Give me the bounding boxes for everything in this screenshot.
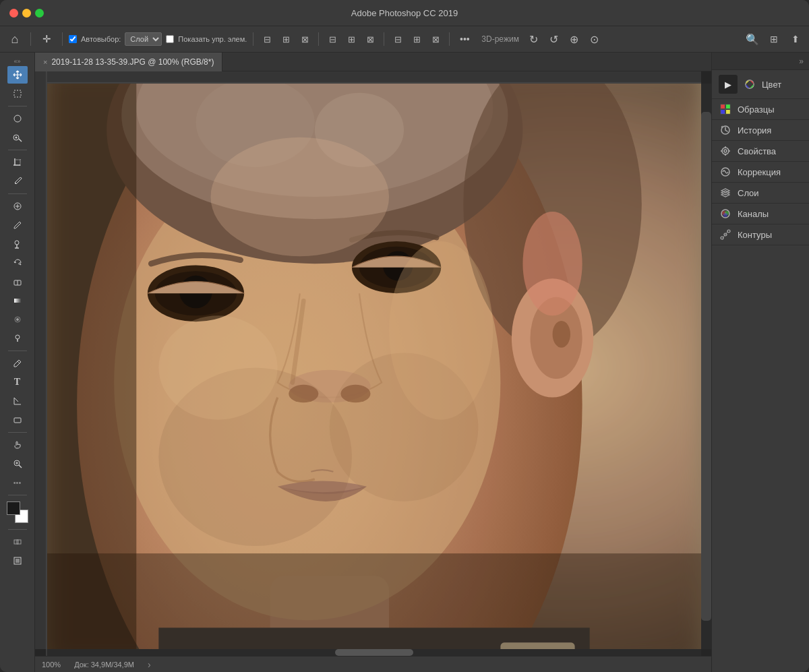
svg-point-13	[15, 241, 19, 245]
scrollbar-h-thumb[interactable]	[335, 649, 413, 656]
eyedropper-tool-btn[interactable]	[7, 173, 28, 190]
align-top-button[interactable]: ⊟	[325, 32, 340, 47]
color-swatch-group[interactable]	[7, 501, 28, 523]
svg-point-21	[16, 335, 20, 339]
move-mode-button[interactable]: ✛	[37, 30, 56, 49]
screen-mode-btn[interactable]	[7, 552, 28, 570]
panel-item-corrections[interactable]: Коррекция	[712, 162, 809, 183]
extra-tools-btn[interactable]: •••	[7, 474, 28, 491]
blur-tool-btn[interactable]	[7, 311, 28, 328]
marquee-tool-icon	[13, 89, 22, 98]
quick-select-btn[interactable]	[7, 129, 28, 146]
lasso-tool-btn[interactable]	[7, 110, 28, 127]
history-brush-btn[interactable]	[7, 254, 28, 272]
hand-tool-btn[interactable]	[7, 436, 28, 454]
home-button[interactable]: ⌂	[5, 30, 24, 49]
svg-point-9	[15, 183, 16, 184]
tool-sep-2	[8, 150, 27, 150]
channels-icon	[719, 208, 732, 219]
color-wheel-icon	[743, 79, 756, 90]
svg-point-82	[722, 148, 729, 154]
titlebar: Adobe Photoshop CC 2019	[0, 0, 809, 26]
align-center-v-button[interactable]: ⊞	[344, 32, 359, 47]
align-left-button[interactable]: ⊟	[260, 32, 274, 47]
distribute-left-button[interactable]: ⊟	[390, 32, 405, 47]
toolbar-right-group: 🔍 ⊞ ⬆	[744, 31, 804, 47]
left-panel-collapse[interactable]: «»	[13, 58, 20, 65]
autoselect-checkbox[interactable]	[69, 35, 77, 43]
layers-icon	[719, 187, 732, 198]
tool-sep-6	[8, 495, 27, 495]
panel-item-channels[interactable]: Каналы	[712, 204, 809, 224]
crop-tool-btn[interactable]	[7, 154, 28, 171]
camera-btn[interactable]: ⊙	[587, 32, 603, 47]
distribute-right-button[interactable]: ⊠	[428, 32, 443, 47]
panel-collapse-btn[interactable]: »	[799, 57, 804, 66]
panel-item-history[interactable]: История	[712, 120, 809, 141]
correction-icon	[719, 166, 732, 177]
panel-item-swatches[interactable]: Образцы	[712, 99, 809, 120]
move-tool-btn[interactable]	[7, 66, 28, 84]
threed-label: 3D-режим	[481, 34, 519, 44]
marquee-tool-btn[interactable]	[7, 85, 28, 102]
minimize-button[interactable]	[22, 9, 31, 18]
foreground-color-swatch[interactable]	[7, 501, 20, 515]
panel-play-btn[interactable]: ▶	[719, 75, 738, 94]
grid-icon	[719, 104, 732, 115]
gradient-tool-btn[interactable]	[7, 292, 28, 309]
more-options-button[interactable]: •••	[456, 32, 473, 47]
zoom-tool-btn[interactable]	[7, 455, 28, 472]
rotate-ccw-btn[interactable]: ↺	[546, 32, 562, 47]
maximize-button[interactable]	[35, 9, 44, 18]
document-tab[interactable]: × 2019-11-28 13-35-39.JPG @ 100% (RGB/8*…	[35, 53, 222, 71]
status-nav-arrow[interactable]: ›	[148, 659, 151, 670]
path-selection-btn[interactable]	[7, 392, 28, 410]
quick-mask-btn[interactable]	[7, 533, 28, 551]
rotate-tool-btn[interactable]: ↻	[526, 32, 542, 47]
brush-tool-btn[interactable]	[7, 216, 28, 234]
transform-btn[interactable]: ⊕	[566, 32, 582, 47]
text-tool-btn[interactable]: T	[7, 373, 28, 391]
svg-point-1	[14, 115, 21, 122]
canvas-wrapper[interactable]	[47, 84, 701, 652]
photoshop-window: Adobe Photoshop CC 2019 ⌂ ✛ Автовыбор: С…	[0, 0, 809, 672]
history-icon	[719, 125, 732, 135]
tab-close-btn[interactable]: ×	[43, 58, 47, 66]
autoselect-label: Автовыбор:	[81, 35, 121, 43]
canvas-area: 100% Док: 34,9M/34,9M ›	[35, 71, 711, 672]
eraser-tool-btn[interactable]	[7, 273, 28, 291]
show-transform-checkbox[interactable]	[166, 35, 174, 43]
align-center-h-button[interactable]: ⊞	[278, 32, 293, 47]
history-label: История	[738, 125, 802, 135]
zoom-level: 100%	[42, 661, 61, 669]
toolbar-sep-6	[449, 32, 450, 46]
search-button[interactable]: 🔍	[744, 31, 760, 47]
extra-tools-label: •••	[13, 479, 22, 487]
scrollbar-vertical[interactable]	[701, 84, 711, 649]
stamp-tool-btn[interactable]	[7, 235, 28, 253]
eyedropper-icon	[13, 177, 22, 186]
panel-item-layers[interactable]: Слои	[712, 183, 809, 204]
pen-tool-btn[interactable]	[7, 355, 28, 372]
shape-tool-btn[interactable]	[7, 411, 28, 429]
dodge-tool-btn[interactable]	[7, 330, 28, 347]
distribute-center-button[interactable]: ⊞	[409, 32, 424, 47]
scrollbar-v-thumb[interactable]	[701, 112, 711, 621]
share-button[interactable]: ⬆	[787, 31, 804, 47]
panel-item-color[interactable]: ▶ Цвет	[712, 70, 809, 99]
scrollbar-horizontal[interactable]	[47, 649, 701, 656]
close-button[interactable]	[9, 9, 18, 18]
tool-sep-5	[8, 432, 27, 433]
healing-tool-btn[interactable]	[7, 197, 28, 215]
history-brush-icon	[13, 258, 22, 268]
svg-rect-0	[14, 90, 21, 97]
svg-point-83	[724, 150, 727, 152]
align-right-button[interactable]: ⊠	[297, 32, 312, 47]
panel-item-properties[interactable]: Свойства	[712, 141, 809, 162]
workspace-button[interactable]: ⊞	[766, 31, 782, 47]
swatches-label: Образцы	[738, 104, 802, 115]
panel-item-paths[interactable]: Контуры	[712, 224, 809, 245]
layer-select[interactable]: Слой	[125, 32, 162, 46]
align-bottom-button[interactable]: ⊠	[363, 32, 378, 47]
top-toolbar: ⌂ ✛ Автовыбор: Слой Показать упр. элем. …	[0, 26, 809, 53]
